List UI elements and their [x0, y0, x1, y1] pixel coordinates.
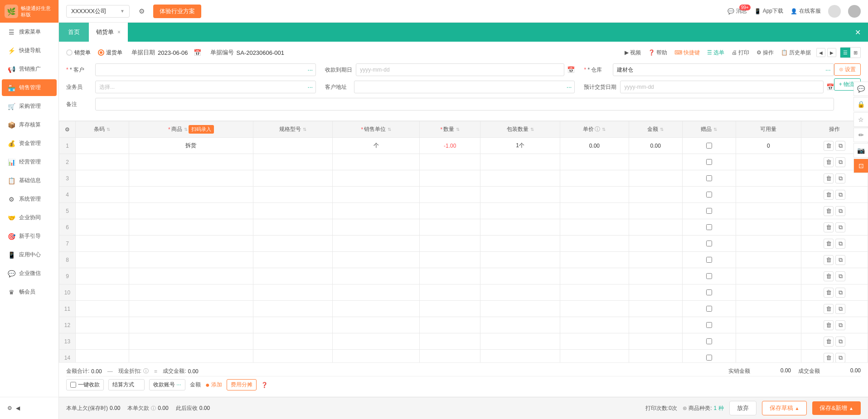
copy-row-button[interactable]: ⧉ — [835, 206, 845, 216]
date-calendar-icon[interactable]: 📅 — [194, 49, 201, 56]
print-button[interactable]: 🖨 打印 — [730, 48, 751, 58]
fee-help-icon[interactable]: ❓ — [261, 382, 268, 388]
float-action-button[interactable]: ⊡ — [853, 159, 868, 173]
cash-discount-info-icon[interactable]: ⓘ — [143, 367, 149, 375]
pack-qty-cell[interactable]: 1个 — [480, 138, 560, 154]
amount-cell[interactable]: 0.00 — [629, 138, 682, 154]
gift-checkbox[interactable] — [706, 273, 712, 279]
salesperson-input[interactable]: 选择... ··· — [95, 81, 316, 93]
notes-input[interactable] — [95, 98, 834, 111]
settlement-method-select[interactable]: 结算方式 — [108, 379, 145, 390]
sidebar-item-app-center[interactable]: 📱 应用中心 — [2, 246, 57, 263]
gift-checkbox[interactable] — [706, 143, 712, 149]
gift-checkbox[interactable] — [706, 338, 712, 344]
prev-arrow[interactable]: ◀ — [816, 48, 825, 57]
gift-checkbox[interactable] — [706, 289, 712, 295]
copy-row-button[interactable]: ⧉ — [835, 255, 845, 265]
unit-price-cell[interactable]: 0.00 — [560, 138, 629, 154]
grid-view-button[interactable]: ⊞ — [850, 48, 860, 58]
delete-row-button[interactable]: 🗑 — [824, 288, 834, 298]
sidebar-item-finance[interactable]: 💰 资金管理 — [2, 135, 57, 152]
copy-row-button[interactable]: ⧉ — [835, 353, 845, 363]
delete-row-button[interactable]: 🗑 — [824, 255, 834, 265]
customer-addr-input[interactable]: ··· — [354, 81, 575, 93]
copy-row-button[interactable]: ⧉ — [835, 222, 845, 232]
sidebar-item-inventory[interactable]: 📦 库存核算 — [2, 116, 57, 133]
one-key-checkbox[interactable] — [70, 382, 76, 388]
gift-checkbox[interactable] — [706, 355, 712, 361]
copy-row-button[interactable]: ⧉ — [835, 271, 845, 281]
gift-checkbox[interactable] — [706, 306, 712, 312]
sidebar-item-basic-info[interactable]: 📋 基础信息 — [2, 172, 57, 189]
company-selector[interactable]: XXXXXX公司 ▼ — [66, 5, 130, 18]
gift-checkbox[interactable] — [706, 175, 712, 181]
shortcut-button[interactable]: ⌨ 快捷键 — [673, 48, 702, 58]
owe-info-icon[interactable]: ⓘ — [151, 405, 156, 412]
delete-row-button[interactable]: 🗑 — [824, 239, 834, 249]
user-avatar[interactable] — [828, 5, 841, 18]
tab-close-icon[interactable]: × — [117, 29, 121, 35]
trial-button[interactable]: 体验行业方案 — [153, 5, 201, 18]
delete-row-button[interactable]: 🗑 — [824, 222, 834, 232]
gift-checkbox[interactable] — [706, 192, 712, 197]
unit-price-info-icon[interactable]: ⓘ — [595, 125, 600, 133]
user-avatar-2[interactable] — [848, 5, 861, 18]
float-lock-button[interactable]: 🔒 — [853, 97, 868, 111]
delete-row-button[interactable]: 🗑 — [824, 173, 834, 183]
gift-checkbox[interactable] — [706, 322, 712, 328]
sidebar-item-marketing[interactable]: 📢 营销推广 — [2, 61, 57, 77]
gear-button[interactable]: ⚙ — [135, 5, 148, 18]
sidebar-item-system-mgmt[interactable]: ⚙ 系统管理 — [2, 191, 57, 207]
gift-checkbox[interactable] — [706, 159, 712, 165]
delete-row-button[interactable]: 🗑 — [824, 337, 834, 347]
radio-return-order[interactable]: 退货单 — [98, 49, 122, 57]
payment-due-calendar-icon[interactable]: 📅 — [567, 66, 575, 73]
copy-row-button[interactable]: ⧉ — [835, 173, 845, 183]
select-button[interactable]: ☰ 选单 — [705, 48, 726, 58]
settings-action-button[interactable]: ⊙ 设置 — [834, 63, 861, 76]
sidebar-item-sales-mgmt[interactable]: 🏪 销售管理 — [2, 79, 57, 96]
delete-row-button[interactable]: 🗑 — [824, 141, 834, 151]
product-cell[interactable]: 拆货 — [129, 138, 253, 154]
add-payment-button[interactable]: ● 添加 — [205, 381, 222, 389]
sidebar-item-operations[interactable]: 📊 经营管理 — [2, 154, 57, 170]
sidebar-item-search-bill[interactable]: ☰ 搜索菜单 — [2, 24, 57, 40]
barcode-cell[interactable] — [76, 138, 129, 154]
copy-row-button[interactable]: ⧉ — [835, 320, 845, 330]
scan-button[interactable]: 扫码录入 — [189, 125, 214, 134]
payment-due-input[interactable]: yyyy-mm-dd — [356, 63, 564, 76]
sidebar-item-vip[interactable]: ♛ 畅会员 — [2, 284, 57, 300]
delete-row-button[interactable]: 🗑 — [824, 157, 834, 167]
spec-cell[interactable] — [253, 138, 333, 154]
delete-row-button[interactable]: 🗑 — [824, 271, 834, 281]
copy-row-button[interactable]: ⧉ — [835, 288, 845, 298]
delete-row-button[interactable]: 🗑 — [824, 353, 834, 363]
sidebar-item-quick-nav[interactable]: ⚡ 快捷导航 — [2, 42, 57, 59]
abandon-button[interactable]: 放弃 — [729, 401, 756, 415]
history-button[interactable]: 📋 历史单据 — [779, 48, 813, 58]
expected-date-calendar-icon[interactable]: 📅 — [826, 83, 834, 91]
sidebar-item-wechat[interactable]: 💬 企业微信 — [2, 265, 57, 282]
next-arrow[interactable]: ▶ — [827, 48, 836, 57]
copy-row-button[interactable]: ⧉ — [835, 190, 845, 200]
radio-sales-order[interactable]: 销货单 — [66, 49, 91, 57]
tab-sales-order[interactable]: 销货单 × — [89, 23, 128, 42]
copy-row-button[interactable]: ⧉ — [835, 141, 845, 151]
online-service-button[interactable]: 👤 在线客服 — [790, 7, 821, 15]
sidebar-item-enterprise[interactable]: 🤝 企业协同 — [2, 209, 57, 226]
copy-row-button[interactable]: ⧉ — [835, 304, 845, 314]
tab-home[interactable]: 首页 — [59, 23, 89, 42]
float-note-button[interactable]: ✏ — [853, 128, 868, 142]
save-draft-button[interactable]: 保存草稿 ▲ — [762, 401, 807, 415]
quantity-cell[interactable]: -1.00 — [420, 138, 480, 154]
save-new-button[interactable]: 保存&新增 ▲ — [812, 401, 861, 415]
gift-checkbox[interactable] — [706, 208, 712, 214]
customer-input[interactable]: ··· — [95, 63, 316, 76]
close-all-tabs-button[interactable]: ✕ — [855, 28, 861, 37]
sidebar-item-purchase-mgmt[interactable]: 🛒 采购管理 — [2, 98, 57, 115]
warehouse-input[interactable]: 建材仓 ··· — [613, 63, 834, 76]
copy-row-button[interactable]: ⧉ — [835, 157, 845, 167]
unit-cell[interactable]: 个 — [333, 138, 420, 154]
product-type-link[interactable]: 1 种 — [714, 405, 724, 412]
delete-row-button[interactable]: 🗑 — [824, 320, 834, 330]
